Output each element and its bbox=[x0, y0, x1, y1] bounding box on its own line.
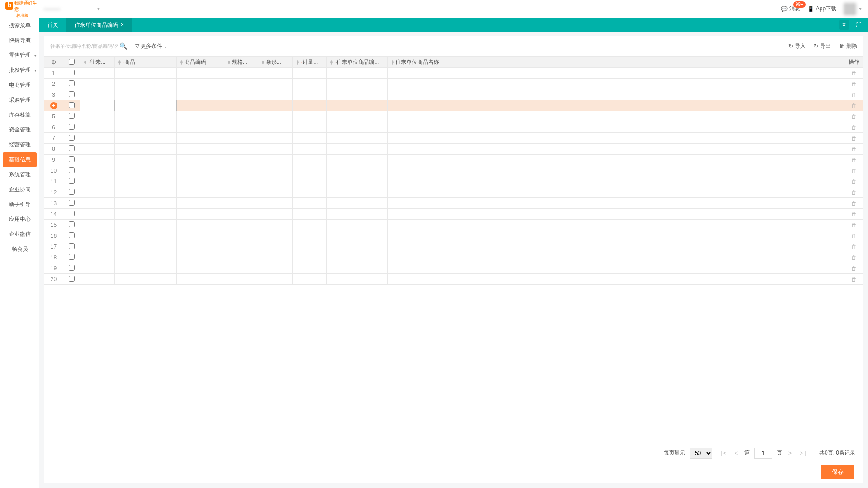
trash-icon[interactable]: 🗑 bbox=[851, 233, 857, 239]
table-row[interactable]: 2🗑 bbox=[44, 79, 863, 89]
table-row[interactable]: 15🗑 bbox=[44, 220, 863, 230]
trash-icon[interactable]: 🗑 bbox=[851, 113, 857, 120]
cell[interactable] bbox=[80, 68, 115, 79]
cell[interactable] bbox=[224, 79, 258, 89]
trash-icon[interactable]: 🗑 bbox=[851, 135, 857, 141]
cell[interactable] bbox=[115, 79, 177, 89]
cell[interactable] bbox=[80, 133, 115, 144]
table-row[interactable]: 3🗑 bbox=[44, 89, 863, 100]
cell[interactable] bbox=[258, 111, 293, 122]
cell[interactable] bbox=[115, 263, 177, 274]
table-row[interactable]: 12🗑 bbox=[44, 187, 863, 198]
cell[interactable] bbox=[258, 176, 293, 187]
cell[interactable] bbox=[177, 187, 224, 198]
cell[interactable] bbox=[177, 220, 224, 230]
cell[interactable] bbox=[115, 220, 177, 230]
cell[interactable] bbox=[258, 241, 293, 252]
close-all-tabs-button[interactable]: ✕ bbox=[839, 20, 849, 30]
cell[interactable] bbox=[177, 79, 224, 89]
trash-icon[interactable]: 🗑 bbox=[851, 265, 857, 272]
cell[interactable] bbox=[388, 187, 844, 198]
table-row[interactable]: 5🗑 bbox=[44, 111, 863, 122]
table-row[interactable]: 10🗑 bbox=[44, 165, 863, 176]
cell[interactable] bbox=[80, 89, 115, 100]
cell[interactable] bbox=[177, 100, 224, 111]
app-download-button[interactable]: 📱 App下载 bbox=[807, 5, 836, 13]
more-conditions-button[interactable]: ▽ 更多条件 ⌄ bbox=[135, 42, 167, 50]
chevron-down-icon[interactable]: ▼ bbox=[96, 6, 101, 11]
cell[interactable] bbox=[327, 155, 388, 165]
cell[interactable] bbox=[258, 263, 293, 274]
row-checkbox[interactable] bbox=[69, 145, 75, 151]
cell[interactable] bbox=[293, 133, 327, 144]
cell[interactable] bbox=[258, 230, 293, 241]
sidebar-item-15[interactable]: 畅会员 bbox=[0, 242, 39, 257]
cell[interactable] bbox=[327, 68, 388, 79]
cell[interactable] bbox=[177, 144, 224, 155]
fullscreen-icon[interactable]: ⛶ bbox=[854, 20, 863, 30]
cell[interactable] bbox=[224, 252, 258, 263]
table-row[interactable]: +🗑 bbox=[44, 100, 863, 111]
cell[interactable] bbox=[224, 165, 258, 176]
column-barcode[interactable]: ▲▼条形... bbox=[258, 57, 293, 68]
table-row[interactable]: 18🗑 bbox=[44, 252, 863, 263]
trash-icon[interactable]: 🗑 bbox=[851, 70, 857, 76]
cell[interactable] bbox=[224, 263, 258, 274]
first-page-button[interactable]: ❘< bbox=[717, 450, 728, 456]
cell[interactable] bbox=[293, 209, 327, 220]
cell[interactable] bbox=[80, 274, 115, 285]
cell[interactable] bbox=[80, 263, 115, 274]
row-checkbox[interactable] bbox=[69, 232, 75, 238]
cell[interactable] bbox=[115, 89, 177, 100]
cell[interactable] bbox=[258, 220, 293, 230]
sidebar-item-0[interactable]: 搜索菜单 bbox=[0, 18, 39, 33]
row-checkbox[interactable] bbox=[69, 135, 75, 141]
cell[interactable] bbox=[327, 230, 388, 241]
cell[interactable] bbox=[258, 89, 293, 100]
cell[interactable] bbox=[80, 241, 115, 252]
table-row[interactable]: 7🗑 bbox=[44, 133, 863, 144]
column-settings[interactable]: ⚙ bbox=[44, 57, 63, 68]
cell[interactable] bbox=[293, 187, 327, 198]
row-checkbox[interactable] bbox=[69, 124, 75, 130]
cell[interactable] bbox=[115, 100, 177, 111]
cell[interactable] bbox=[388, 241, 844, 252]
cell[interactable] bbox=[80, 111, 115, 122]
cell[interactable] bbox=[388, 144, 844, 155]
cell[interactable] bbox=[388, 111, 844, 122]
sidebar-item-6[interactable]: 库存核算 bbox=[0, 108, 39, 122]
cell[interactable] bbox=[224, 68, 258, 79]
row-checkbox[interactable] bbox=[69, 80, 75, 86]
cell[interactable] bbox=[115, 176, 177, 187]
sidebar-item-1[interactable]: 快捷导航 bbox=[0, 33, 39, 48]
cell[interactable] bbox=[80, 176, 115, 187]
row-checkbox[interactable] bbox=[69, 221, 75, 227]
row-checkbox[interactable] bbox=[69, 200, 75, 206]
select-all-checkbox[interactable] bbox=[69, 59, 75, 65]
cell[interactable] bbox=[258, 165, 293, 176]
cell[interactable] bbox=[258, 252, 293, 263]
trash-icon[interactable]: 🗑 bbox=[851, 178, 857, 185]
cell[interactable] bbox=[258, 100, 293, 111]
sidebar-item-4[interactable]: 电商管理 bbox=[0, 78, 39, 93]
cell[interactable] bbox=[388, 165, 844, 176]
cell[interactable] bbox=[177, 274, 224, 285]
cell[interactable] bbox=[258, 68, 293, 79]
sidebar-item-9[interactable]: 基础信息 bbox=[3, 152, 37, 167]
row-checkbox[interactable] bbox=[69, 276, 75, 282]
trash-icon[interactable]: 🗑 bbox=[851, 211, 857, 217]
cell[interactable] bbox=[327, 187, 388, 198]
row-checkbox[interactable] bbox=[69, 254, 75, 260]
sidebar-item-5[interactable]: 采购管理 bbox=[0, 93, 39, 108]
row-checkbox[interactable] bbox=[69, 70, 75, 75]
cell[interactable] bbox=[388, 263, 844, 274]
row-checkbox[interactable] bbox=[69, 102, 75, 108]
cell[interactable] bbox=[224, 122, 258, 133]
cell[interactable] bbox=[115, 198, 177, 209]
cell[interactable] bbox=[115, 274, 177, 285]
cell[interactable] bbox=[80, 144, 115, 155]
cell[interactable] bbox=[115, 133, 177, 144]
cell[interactable] bbox=[80, 230, 115, 241]
trash-icon[interactable]: 🗑 bbox=[851, 168, 857, 174]
cell[interactable] bbox=[327, 241, 388, 252]
